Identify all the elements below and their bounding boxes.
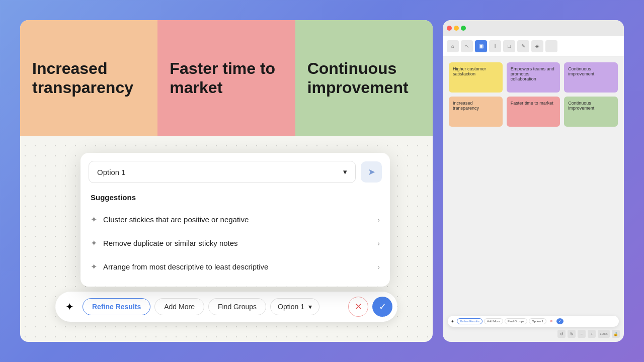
mini-sticky-text-5: Continuous improvement <box>568 101 594 111</box>
cancel-button[interactable]: ✕ <box>348 297 368 317</box>
send-icon: ➤ <box>368 166 375 177</box>
text-icon[interactable]: T <box>489 40 501 52</box>
option-dropdown[interactable]: Option 1 ▾ <box>270 298 319 315</box>
suggestion-item-arrange[interactable]: ✦ Arrange from most descriptive to least… <box>80 255 390 279</box>
app-panel: ⌂ ↖ ▣ T □ ✎ ◈ ⋯ Higher customer satisfac… <box>443 20 624 342</box>
mini-cancel-button[interactable]: ✕ <box>548 318 555 324</box>
suggestion-left: ✦ Cluster stickies that are positive or … <box>91 215 249 224</box>
whiteboard-panel: Increased transparency Faster time to ma… <box>20 20 433 342</box>
app-titlebar <box>443 20 624 36</box>
send-button[interactable]: ➤ <box>361 161 382 183</box>
mini-refine-button[interactable]: Refine Results <box>457 318 482 324</box>
main-toolbar: ✦ Refine Results Add More Find Groups Op… <box>55 292 397 322</box>
sticky-note-green: Continuous improvement <box>295 20 433 136</box>
find-groups-button[interactable]: Find Groups <box>208 298 266 315</box>
mini-sticky-text-1: Empowers teams and promotes collaboratio… <box>511 66 554 81</box>
suggestion-left-arrange: ✦ Arrange from most descriptive to least… <box>91 262 268 272</box>
mini-sticky-text-4: Faster time to market <box>511 101 553 106</box>
mini-find-groups-button[interactable]: Find Groups <box>505 318 527 324</box>
mini-confirm-button[interactable]: ✓ <box>556 318 564 324</box>
suggestion-left-remove: ✦ Remove duplicate or similar sticky not… <box>91 238 238 248</box>
sticky-icon[interactable]: ◈ <box>531 40 543 52</box>
x-icon: ✕ <box>355 301 362 312</box>
main-container: Increased transparency Faster time to ma… <box>20 20 624 342</box>
pen-icon[interactable]: ✎ <box>517 40 529 52</box>
sticky-pink-text: Faster time to market <box>170 59 283 98</box>
zoom-level: 100% <box>598 330 610 338</box>
shape-icon[interactable]: □ <box>503 40 515 52</box>
check-icon: ✓ <box>379 301 386 312</box>
lock-icon[interactable]: 🔒 <box>612 330 620 338</box>
refine-results-button[interactable]: Refine Results <box>83 298 150 315</box>
mini-sticky-1: Empowers teams and promotes collaboratio… <box>507 62 560 93</box>
maximize-dot <box>461 26 466 31</box>
suggestion-item-cluster[interactable]: ✦ Cluster stickies that are positive or … <box>80 208 390 231</box>
sparkle-icon-cluster: ✦ <box>91 215 97 224</box>
suggestion-text-remove: Remove duplicate or similar sticky notes <box>103 239 238 247</box>
home-icon[interactable]: ⌂ <box>447 40 459 52</box>
mini-sticky-text-0: Higher customer satisfaction <box>453 66 486 76</box>
chevron-right-icon-cluster: › <box>377 216 380 224</box>
chevron-right-icon-remove: › <box>377 239 380 247</box>
option-select[interactable]: Option 1 ▾ <box>89 161 356 183</box>
confirm-button[interactable]: ✓ <box>372 297 392 317</box>
select-icon[interactable]: ▣ <box>475 40 487 52</box>
sparkle-toolbar-icon: ✦ <box>60 298 78 316</box>
zoom-in-icon[interactable]: + <box>588 330 596 338</box>
zoom-out-icon[interactable]: − <box>578 330 586 338</box>
add-more-button[interactable]: Add More <box>154 298 204 315</box>
option-dropdown-label: Option 1 <box>278 303 304 311</box>
sparkle-icon-remove: ✦ <box>91 238 97 248</box>
mini-sticky-2: Continuous improvement <box>564 62 618 93</box>
sticky-note-orange: Increased transparency <box>20 20 157 136</box>
sparkle-icon-arrange: ✦ <box>91 262 97 272</box>
selected-option-label: Option 1 <box>97 168 126 176</box>
close-dot <box>447 26 452 31</box>
dropdown-chevron-icon: ▾ <box>308 303 312 311</box>
more-icon[interactable]: ⋯ <box>545 40 557 52</box>
suggestion-text-arrange: Arrange from most descriptive to least d… <box>103 262 268 271</box>
mini-sticky-text-2: Continuous improvement <box>568 66 594 76</box>
minimize-dot <box>454 26 459 31</box>
chevron-down-icon: ▾ <box>343 167 347 176</box>
mini-sparkle-icon: ✦ <box>451 319 454 324</box>
mini-sticky-5: Continuous improvement <box>564 97 618 127</box>
suggestion-item-remove[interactable]: ✦ Remove duplicate or similar sticky not… <box>80 231 390 255</box>
mini-sticky-0: Higher customer satisfaction <box>449 62 503 93</box>
app-top-toolbar: ⌂ ↖ ▣ T □ ✎ ◈ ⋯ <box>443 36 624 56</box>
redo-icon[interactable]: ↻ <box>568 330 576 338</box>
undo-icon[interactable]: ↺ <box>557 330 566 338</box>
suggestion-text-cluster: Cluster stickies that are positive or ne… <box>103 215 249 224</box>
mini-add-more-button[interactable]: Add More <box>484 318 503 324</box>
mini-option-dropdown[interactable]: Option 1 <box>529 318 546 324</box>
app-content-grid: Higher customer satisfaction Empowers te… <box>443 56 624 133</box>
sticky-orange-text: Increased transparency <box>32 59 145 98</box>
dropdown-search-row: Option 1 ▾ ➤ <box>80 161 390 189</box>
sticky-green-text: Continuous improvement <box>307 59 421 98</box>
dropdown-popup: Option 1 ▾ ➤ Suggestions ✦ Cluster stick… <box>80 153 390 287</box>
app-bottom-bar: ↺ ↻ − + 100% 🔒 <box>557 330 620 338</box>
mini-sticky-text-3: Increased transparency <box>453 101 479 111</box>
suggestions-heading: Suggestions <box>80 189 390 208</box>
mini-sticky-4: Faster time to market <box>507 97 560 127</box>
cursor-icon[interactable]: ↖ <box>461 40 473 52</box>
sticky-note-pink: Faster time to market <box>157 20 295 136</box>
sticky-notes-row: Increased transparency Faster time to ma… <box>20 20 433 136</box>
app-mini-toolbar: ✦ Refine Results Add More Find Groups Op… <box>448 316 619 327</box>
chevron-right-icon-arrange: › <box>377 263 380 271</box>
mini-sticky-3: Increased transparency <box>449 97 503 127</box>
